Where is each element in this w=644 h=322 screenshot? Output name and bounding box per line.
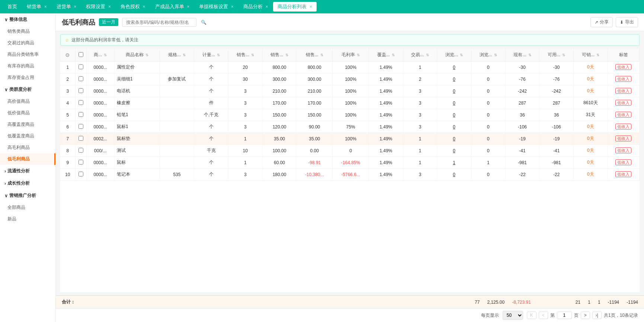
sidebar-item-category-sales-rate[interactable]: 商品分类销售率 <box>0 49 55 60</box>
browse1-cell[interactable]: 0 <box>437 133 471 145</box>
unit-column-header[interactable]: 计量... ⇅ <box>194 49 228 61</box>
sidebar-item-stocked-products[interactable]: 有库存的商品 <box>0 60 55 72</box>
sidebar-item-inventory-capital[interactable]: 库存资金占用 <box>0 72 55 83</box>
sidebar-item-low-margin[interactable]: 低毛利商品 <box>0 153 55 165</box>
checkbox-cell[interactable] <box>75 85 86 97</box>
browse1-column-header[interactable]: 浏览... ⇅ <box>437 49 471 61</box>
checkbox-cell[interactable] <box>75 145 86 157</box>
saleable-column-header[interactable]: 可销... ⇅ <box>574 49 608 61</box>
next-page-button[interactable]: > <box>581 312 590 319</box>
sidebar-item-low-value[interactable]: 低价值商品 <box>0 107 55 119</box>
share-button[interactable]: ↗ 分享 <box>590 17 613 27</box>
close-icon[interactable]: × <box>265 4 268 9</box>
close-icon[interactable]: × <box>108 4 111 9</box>
code-column-header[interactable]: 商... ⇅ <box>86 49 115 61</box>
code-cell: 0002... <box>86 133 115 145</box>
browse2-column-header[interactable]: 浏览... ⇅ <box>471 49 506 61</box>
sidebar-item-high-margin[interactable]: 高毛利商品 <box>0 142 55 153</box>
browse1-cell[interactable]: 0 <box>437 109 471 121</box>
browse1-cell[interactable]: 0 <box>437 145 471 157</box>
sidebar-group-cluster[interactable]: ∨ 类群度分析 <box>0 83 55 96</box>
page-suffix: 页 <box>574 312 579 319</box>
close-icon[interactable]: × <box>44 4 47 9</box>
browse1-cell[interactable]: 0 <box>437 169 471 181</box>
current-stock-column-header[interactable]: 现有... ⇅ <box>505 49 539 61</box>
nav-product-analysis[interactable]: 商品分析 × <box>239 2 273 12</box>
sidebar-item-low-coverage[interactable]: 低覆盖度商品 <box>0 130 55 142</box>
share-label: 分享 <box>600 19 609 25</box>
sidebar-group-circulation[interactable]: › 流通性分析 <box>0 165 55 177</box>
export-button[interactable]: ⬇ 导出 <box>616 17 638 27</box>
browse1-cell[interactable]: 1 <box>437 157 471 169</box>
row-checkbox[interactable] <box>79 64 83 69</box>
search-icon[interactable]: 🔍 <box>201 20 206 25</box>
first-page-button[interactable]: K <box>527 312 536 319</box>
browse1-cell[interactable]: 0 <box>437 121 471 133</box>
spec-column-header[interactable]: 规格... ⇅ <box>160 49 194 61</box>
row-checkbox[interactable] <box>79 148 83 153</box>
nav-role-auth[interactable]: 角色授权 × <box>116 2 150 12</box>
settings-column-header[interactable]: ⚙ <box>60 49 75 61</box>
sales-price-column-header[interactable]: 销售... ⇅ <box>262 49 297 61</box>
checkbox-cell[interactable] <box>75 73 86 85</box>
last-page-button[interactable]: ›| <box>592 312 602 319</box>
checkbox-cell[interactable] <box>75 109 86 121</box>
close-icon[interactable]: × <box>187 4 189 9</box>
row-checkbox[interactable] <box>79 136 83 141</box>
browse2-cell: 0 <box>471 169 506 181</box>
tag-badge: 低收入 <box>615 147 631 153</box>
browse1-cell[interactable]: 0 <box>437 73 471 85</box>
close-icon[interactable]: × <box>143 4 145 9</box>
close-icon[interactable]: × <box>310 4 312 9</box>
browse1-cell[interactable]: 0 <box>437 85 471 97</box>
name-column-header[interactable]: 商品名称 ⇅ <box>115 49 160 61</box>
coverage-column-header[interactable]: 覆盖... ⇅ <box>369 49 403 61</box>
checkbox-cell[interactable] <box>75 97 86 109</box>
row-checkbox[interactable] <box>79 160 83 165</box>
select-all-checkbox[interactable] <box>79 52 83 57</box>
available-column-header[interactable]: 可用... ⇅ <box>539 49 574 61</box>
sidebar-group-marketing[interactable]: ∨ 营销推广分析 <box>0 189 55 202</box>
nav-purchase-order[interactable]: 进货单 × <box>52 2 81 12</box>
nav-home[interactable]: 首页 <box>3 2 22 12</box>
per-page-select[interactable]: 50 100 200 <box>503 311 523 320</box>
row-checkbox[interactable] <box>79 88 83 93</box>
checkbox-cell[interactable] <box>75 169 86 181</box>
nav-permission[interactable]: 权限设置 × <box>81 2 115 12</box>
browse1-cell[interactable]: 0 <box>437 97 471 109</box>
checkbox-cell[interactable] <box>75 157 86 169</box>
sidebar-group-growth[interactable]: › 成长性分析 <box>0 177 55 189</box>
nav-sales-order[interactable]: 销货单 × <box>22 2 51 12</box>
row-checkbox[interactable] <box>79 172 83 176</box>
row-checkbox[interactable] <box>79 76 83 81</box>
sales-qty-cell: 1 <box>228 157 262 169</box>
prev-page-button[interactable]: < <box>539 312 548 319</box>
row-checkbox[interactable] <box>79 100 83 105</box>
sales-qty-column-header[interactable]: 销售... ⇅ <box>228 49 262 61</box>
gross-margin-column-header[interactable]: 毛利率 ⇅ <box>333 49 369 61</box>
checkbox-column-header[interactable] <box>75 49 86 61</box>
sidebar-item-all-products[interactable]: 全部商品 <box>0 202 55 213</box>
browse1-cell[interactable]: 0 <box>437 61 471 73</box>
sidebar-item-high-value[interactable]: 高价值商品 <box>0 96 55 107</box>
nav-product-analysis-list[interactable]: 商品分析列表 × <box>273 2 317 12</box>
checkbox-cell[interactable] <box>75 133 86 145</box>
transaction-column-header[interactable]: 交易... ⇅ <box>403 49 437 61</box>
period-tag-button[interactable]: 近一月 <box>99 18 118 26</box>
sidebar-item-sales-products[interactable]: 销售类商品 <box>0 26 55 37</box>
row-checkbox[interactable] <box>79 112 83 117</box>
checkbox-cell[interactable] <box>75 61 86 73</box>
sidebar-item-high-coverage[interactable]: 高覆盖度商品 <box>0 119 55 130</box>
page-input[interactable] <box>557 312 572 319</box>
sidebar-item-traded-products[interactable]: 交易过的商品 <box>0 37 55 49</box>
checkbox-cell[interactable] <box>75 121 86 133</box>
sidebar-item-new-products[interactable]: 新品 <box>0 213 55 225</box>
search-input[interactable] <box>122 18 196 27</box>
close-icon[interactable]: × <box>74 4 76 9</box>
row-checkbox[interactable] <box>79 124 83 129</box>
close-icon[interactable]: × <box>231 4 234 9</box>
sidebar-group-overall[interactable]: ∨ 整体信息 <box>0 13 55 26</box>
sales-profit-column-header[interactable]: 销售... ⇅ <box>297 49 333 61</box>
nav-product-stock[interactable]: 产成品入库单 × <box>151 2 194 12</box>
nav-template-settings[interactable]: 单据模板设置 × <box>195 2 238 12</box>
